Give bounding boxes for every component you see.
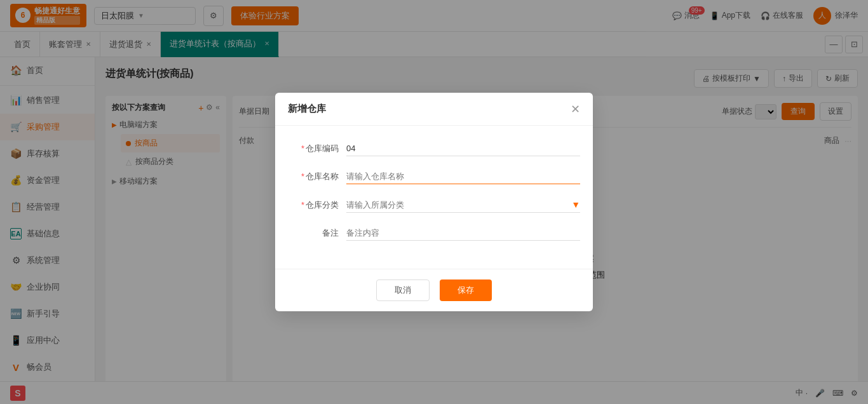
form-row-note: 备注 [288,226,580,241]
dialog-body: *仓库编码 *仓库名称 *仓库分类 ▼ 备注 [275,126,593,269]
category-select-wrap[interactable]: ▼ [346,197,580,213]
add-warehouse-dialog: 新增仓库 ✕ *仓库编码 *仓库名称 *仓库分类 ▼ [275,93,593,311]
category-label: *仓库分类 [288,199,339,211]
name-label: *仓库名称 [288,171,339,182]
dialog-title: 新增仓库 [288,103,326,115]
note-label: 备注 [288,227,339,239]
form-row-name: *仓库名称 [288,169,580,184]
category-input[interactable] [346,200,571,210]
note-input[interactable] [346,226,580,241]
form-row-category: *仓库分类 ▼ [288,197,580,213]
dialog-header: 新增仓库 ✕ [275,93,593,126]
required-mark-category: * [301,200,304,210]
code-input[interactable] [346,141,580,156]
required-mark-code: * [301,144,304,153]
cancel-button[interactable]: 取消 [376,279,430,301]
name-input[interactable] [346,169,580,184]
dialog-footer: 取消 保存 [275,269,593,311]
code-label: *仓库编码 [288,143,339,154]
form-row-code: *仓库编码 [288,141,580,156]
dialog-close-button[interactable]: ✕ [571,104,580,115]
required-mark-name: * [301,172,304,181]
save-button[interactable]: 保存 [440,279,492,301]
category-chevron-icon: ▼ [571,199,580,210]
